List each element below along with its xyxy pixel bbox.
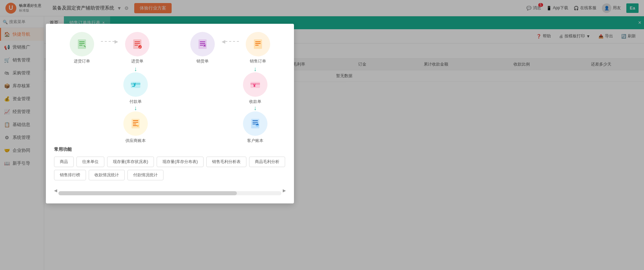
flow-node-customer-account[interactable]: 客户账本 <box>243 111 267 144</box>
purchase-bill-icon: ✓ <box>131 38 143 50</box>
modal-scrollbar[interactable] <box>58 191 281 195</box>
payment-circle: ¥ <box>123 72 148 97</box>
col-sale-bill-down: ↓ ¥ 收款单 ↓ <box>236 66 274 144</box>
flow-node-sale-bill[interactable]: 销货单 <box>190 32 215 64</box>
receipt-icon: ¥ <box>249 78 261 91</box>
svg-rect-29 <box>133 125 137 126</box>
svg-point-39 <box>257 124 258 125</box>
sale-bill-icon <box>196 38 209 50</box>
func-btn-product-profit[interactable]: 商品毛利分析 <box>249 157 285 167</box>
svg-rect-1 <box>79 41 85 42</box>
arrow-sale-order-to-bill: ◀ <box>222 39 239 44</box>
svg-rect-37 <box>253 124 256 124</box>
func-btn-payment-stats[interactable]: 付款情况统计 <box>127 170 163 180</box>
customer-account-icon <box>249 118 261 130</box>
sale-order-icon <box>252 38 264 50</box>
func-btn-sales-profit[interactable]: 销售毛利分析表 <box>206 157 246 167</box>
svg-rect-2 <box>79 43 85 44</box>
svg-rect-0 <box>78 39 86 49</box>
flow-node-supplier-account[interactable]: 供应商账本 <box>123 111 148 144</box>
func-btn-product[interactable]: 商品 <box>54 157 74 167</box>
svg-rect-36 <box>253 122 258 123</box>
svg-rect-28 <box>133 124 136 124</box>
sale-bill-label: 销货单 <box>196 58 209 64</box>
svg-rect-19 <box>255 43 261 44</box>
sale-bill-circle <box>190 32 215 56</box>
col-purchase-bill-down: ↓ ¥ 付款单 ↓ <box>117 66 155 144</box>
customer-account-circle <box>243 111 267 136</box>
arrow-down-payment: ↓ <box>134 105 137 111</box>
svg-rect-35 <box>253 120 258 121</box>
flow-node-sale-order[interactable]: 销售订单 <box>246 32 270 64</box>
purchase-order-label: 进货订单 <box>74 58 90 64</box>
svg-rect-26 <box>133 120 138 121</box>
app-container: U 畅康通好生意 标准版 装备及固定资产辅助管理系统 ▼ ⚙ 体验行业方案 💬 … <box>0 0 644 270</box>
func-btn-partners[interactable]: 往来单位 <box>76 157 104 167</box>
purchase-bill-label: 进货单 <box>131 58 143 64</box>
svg-text:¥: ¥ <box>134 82 136 87</box>
arrow-down-purchase: ↓ <box>134 66 137 72</box>
quick-nav-modal: 进货订单 ▶ ✓ <box>46 24 294 203</box>
purchase-bill-circle: ✓ <box>125 32 150 56</box>
flow-node-purchase-order[interactable]: 进货订单 <box>70 32 94 64</box>
supplier-account-icon <box>129 118 142 130</box>
svg-rect-18 <box>255 41 261 42</box>
purchase-order-icon <box>76 38 88 50</box>
svg-rect-6 <box>135 43 140 44</box>
svg-rect-5 <box>135 41 140 42</box>
svg-rect-11 <box>200 41 205 42</box>
common-functions-title: 常用功能 <box>54 146 286 152</box>
svg-text:✓: ✓ <box>139 46 141 49</box>
common-functions-section: 常用功能 商品 往来单位 现存量(库存状况表) 现存量(库存分布表) 销售毛利分… <box>54 146 286 180</box>
flowchart-row2-arrows: ↓ ¥ 付款单 ↓ <box>54 66 286 144</box>
sale-order-circle <box>246 32 270 56</box>
scroll-left-btn[interactable]: ◀ <box>54 188 57 193</box>
arrow-down-sale-bill: ↓ <box>254 66 257 72</box>
func-btn-stock-dist[interactable]: 现存量(库存分布表) <box>157 157 204 167</box>
func-btn-sales-rank[interactable]: 销售排行榜 <box>54 170 86 180</box>
function-buttons-row2: 销售排行榜 收款情况统计 付款情况统计 <box>54 170 286 180</box>
flowchart-row1: 进货订单 ▶ ✓ <box>54 32 286 64</box>
func-btn-receipt-stats[interactable]: 收款情况统计 <box>89 170 125 180</box>
svg-rect-27 <box>133 122 138 123</box>
svg-rect-3 <box>79 45 83 46</box>
receipt-circle: ¥ <box>243 72 267 97</box>
modal-overlay: 进货订单 ▶ ✓ <box>0 0 644 270</box>
svg-rect-20 <box>255 45 259 46</box>
payment-label: 付款单 <box>129 99 142 105</box>
supplier-account-circle <box>123 111 148 136</box>
customer-account-label: 客户账本 <box>247 138 263 144</box>
svg-rect-17 <box>254 39 262 49</box>
receipt-label: 收款单 <box>249 99 261 105</box>
modal-scroll-container: ◀ ▶ <box>54 186 286 195</box>
flow-node-payment[interactable]: ¥ 付款单 <box>123 72 148 105</box>
function-buttons-row1: 商品 往来单位 现存量(库存状况表) 现存量(库存分布表) 销售毛利分析表 商品… <box>54 157 286 167</box>
svg-text:¥: ¥ <box>253 83 256 88</box>
svg-rect-30 <box>137 125 139 127</box>
scroll-right-btn[interactable]: ▶ <box>283 188 286 193</box>
arrow-purchase-to-bill: ▶ <box>101 39 118 44</box>
scrollbar-thumb <box>58 191 237 195</box>
purchase-order-circle <box>70 32 94 56</box>
func-btn-stock-status[interactable]: 现存量(库存状况表) <box>107 157 154 167</box>
arrow-down-receipt: ↓ <box>254 105 257 111</box>
flow-node-purchase-bill[interactable]: ✓ 进货单 <box>125 32 150 64</box>
svg-rect-12 <box>200 43 205 44</box>
svg-rect-7 <box>135 45 138 46</box>
payment-icon: ¥ <box>129 78 142 91</box>
supplier-account-label: 供应商账本 <box>125 138 146 144</box>
sale-order-label: 销售订单 <box>250 58 266 64</box>
svg-rect-13 <box>200 45 203 46</box>
flow-node-receipt[interactable]: ¥ 收款单 <box>243 72 267 105</box>
